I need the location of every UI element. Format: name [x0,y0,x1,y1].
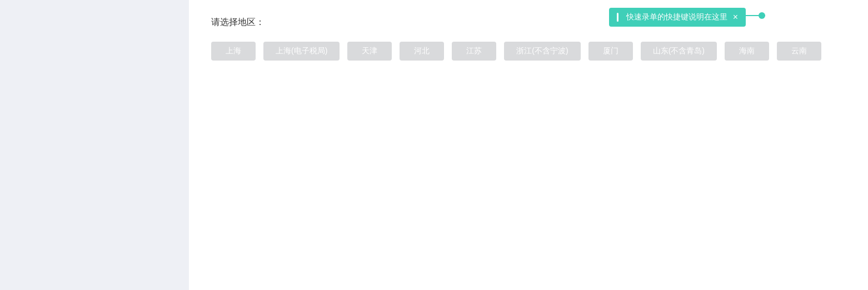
region-btn-yunnan[interactable]: 云南 [777,42,821,61]
region-btn-jiangsu[interactable]: 江苏 [452,42,496,61]
region-btn-hebei[interactable]: 河北 [400,42,444,61]
region-buttons-container: 上海 上海(电子税局) 天津 河北 江苏 浙江(不含宁波) 厦门 山东(不含青岛… [211,42,846,61]
region-btn-shandong[interactable]: 山东(不含青岛) [641,42,717,61]
main-content: 请选择地区： 上海 上海(电子税局) 天津 河北 江苏 浙江(不含宁波) 厦门 … [189,0,868,290]
tooltip-text: 快速录单的快捷键说明在这里 [626,12,727,22]
sidebar [0,0,189,290]
region-btn-xiamen[interactable]: 厦门 [588,42,633,61]
tooltip-banner: 快速录单的快捷键说明在这里 × [609,8,746,27]
tooltip-indicator-dot [759,12,765,19]
region-btn-shanghai-e[interactable]: 上海(电子税局) [263,42,340,61]
region-btn-shanghai[interactable]: 上海 [211,42,256,61]
region-btn-hainan[interactable]: 海南 [725,42,769,61]
region-btn-zhejiang[interactable]: 浙江(不含宁波) [504,42,580,61]
page-title: 请选择地区： [211,17,846,28]
region-btn-tianjin[interactable]: 天津 [347,42,392,61]
tooltip-close-button[interactable]: × [733,13,738,22]
